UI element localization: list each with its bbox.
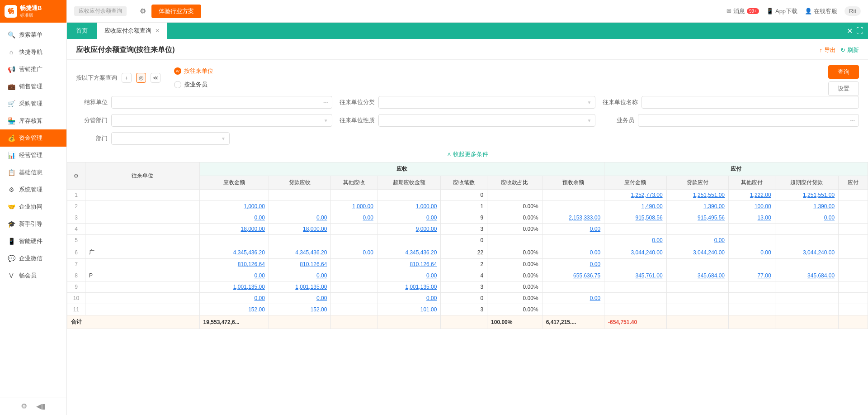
sidebar-item-inventory[interactable]: 🏪 库存核算 xyxy=(0,112,66,129)
unit-category-input[interactable]: ▼ xyxy=(378,96,596,109)
cell-link-ap_other[interactable]: 1,222.00 xyxy=(750,192,771,198)
cell-link-ar_amount[interactable]: 0.00 xyxy=(255,215,265,221)
cell-link-ar_prepay[interactable]: 0.00 xyxy=(590,249,600,256)
sidebar-item-basic[interactable]: 📋 基础信息 xyxy=(0,164,66,181)
query-button[interactable]: 查询 xyxy=(828,65,859,79)
cell-link-ap_loan[interactable]: 0.00 xyxy=(714,237,725,243)
cell-link-ar_loan[interactable]: 0.00 xyxy=(316,215,327,221)
cell-link-ar_amount[interactable]: 1,001,135.00 xyxy=(233,284,265,290)
refresh-button[interactable]: ↻ 刷新 xyxy=(840,46,859,54)
cell-link-ar_prepay[interactable]: 0.00 xyxy=(590,295,600,301)
sidebar-item-system[interactable]: ⚙ 系统管理 xyxy=(0,181,66,198)
cell-link-ar_overdue[interactable]: 0.00 xyxy=(426,215,437,221)
cell-link-ap_amount[interactable]: 1,252,773.00 xyxy=(631,192,662,198)
filter-add-button[interactable]: ＋ xyxy=(122,73,132,83)
salesman-input[interactable]: ••• xyxy=(638,114,859,127)
cell-link-ar_overdue[interactable]: 0.00 xyxy=(426,272,437,279)
cell-link-ap_loan[interactable]: 345,684.00 xyxy=(698,272,725,279)
cell-link-ar_prepay[interactable]: 2,153,333.00 xyxy=(569,215,600,221)
cell-link-ap_loan[interactable]: 915,495.56 xyxy=(698,215,725,221)
filter-collapse-button[interactable]: ∧ 收起更多条件 xyxy=(76,147,859,162)
cell-link-ap_overdue[interactable]: 3,044,240.00 xyxy=(803,249,835,256)
cell-link-ar_amount[interactable]: 152.00 xyxy=(248,306,265,313)
cell-link-ar_overdue[interactable]: 4,345,436.20 xyxy=(405,249,437,256)
sidebar-item-finance[interactable]: 💰 资金管理 xyxy=(0,129,66,147)
message-button[interactable]: ✉ 消息 99+ xyxy=(726,7,759,15)
export-button[interactable]: ↑ 导出 xyxy=(820,46,836,54)
table-settings-icon[interactable]: ⚙ xyxy=(74,173,79,179)
collapse-sidebar-icon[interactable]: ◀▮ xyxy=(36,402,46,410)
cell-link-ar_overdue[interactable]: 1,001,135.00 xyxy=(405,284,437,290)
cell-link-ap_overdue[interactable]: 1,390.00 xyxy=(813,203,835,210)
cell-link-ar_other[interactable]: 1,000.00 xyxy=(352,203,373,210)
unit-nature-input[interactable]: ▼ xyxy=(378,114,596,127)
cell-link-ar_loan[interactable]: 18,000.00 xyxy=(303,226,327,232)
sidebar-item-hardware[interactable]: 📱 智能硬件 xyxy=(0,233,66,250)
department-input[interactable]: ▼ xyxy=(111,132,230,145)
sidebar-item-guide[interactable]: 🎓 新手引导 xyxy=(0,215,66,233)
tab-close-icon[interactable]: ✕ xyxy=(155,28,160,34)
solution-button[interactable]: 体验行业方案 xyxy=(151,5,201,18)
tab-expand-icon[interactable]: ⛶ xyxy=(856,27,863,35)
cell-link-ar_other[interactable]: 0.00 xyxy=(363,249,373,256)
online-service-button[interactable]: 👤 在线客服 xyxy=(805,7,837,15)
filter-by-unit-option[interactable]: W 按往来单位 xyxy=(170,65,218,77)
set-button[interactable]: 设置 xyxy=(828,81,859,96)
cell-link-ar_overdue[interactable]: 1,000.00 xyxy=(416,203,437,210)
cell-link-ap_overdue[interactable]: 345,684.00 xyxy=(807,272,835,279)
cell-link-ar_other[interactable]: 0.00 xyxy=(363,215,373,221)
dept-manager-input[interactable]: ▼ xyxy=(111,114,332,127)
cell-link-ar_overdue[interactable]: 0.00 xyxy=(426,295,437,301)
sidebar-item-marketing[interactable]: 📢 营销推广 xyxy=(0,61,66,78)
cell-link-ar_overdue[interactable]: 9,000.00 xyxy=(416,226,437,232)
sidebar-item-operations[interactable]: 📊 经营管理 xyxy=(0,147,66,164)
sidebar-item-member[interactable]: V 畅会员 xyxy=(0,267,66,284)
settings-bottom-icon[interactable]: ⚙ xyxy=(21,402,27,410)
cell-link-ap_amount[interactable]: 345,761.00 xyxy=(636,272,663,279)
cell-link-ap_other[interactable]: 100.00 xyxy=(755,203,771,210)
cell-link-ar_amount[interactable]: 1,000.00 xyxy=(244,203,265,210)
filter-collapse-button[interactable]: ≪ xyxy=(151,73,160,83)
filter-by-staff-option[interactable]: 按业务员 xyxy=(170,79,218,91)
cell-link-ap_loan[interactable]: 1,390.00 xyxy=(703,203,725,210)
cell-link-ap_amount[interactable]: 0.00 xyxy=(652,237,662,243)
cell-link-ap_overdue[interactable]: 1,251,551.00 xyxy=(803,192,835,198)
user-avatar[interactable]: Rit xyxy=(844,6,861,16)
tab-close-window-icon[interactable]: ✕ xyxy=(847,27,853,35)
cell-link-ar_loan[interactable]: 0.00 xyxy=(316,272,327,279)
cell-link-ar_loan[interactable]: 152.00 xyxy=(311,306,327,313)
sidebar-item-quicknav[interactable]: ⌂ 快捷导航 xyxy=(0,43,66,61)
cell-link-ar_amount[interactable]: 18,000.00 xyxy=(241,226,264,232)
cell-link-ar_loan[interactable]: 4,345,436.20 xyxy=(295,249,327,256)
tab-home[interactable]: 首页 xyxy=(67,23,97,39)
sidebar-item-wechat[interactable]: 💬 企业微信 xyxy=(0,250,66,267)
cell-link-ar_loan[interactable]: 1,001,135.00 xyxy=(295,284,327,290)
cell-link-ar_prepay[interactable]: 655,636.75 xyxy=(573,272,600,279)
cell-link-ar_amount[interactable]: 0.00 xyxy=(255,272,265,279)
cell-link-ar_amount[interactable]: 4,345,436.20 xyxy=(233,249,265,256)
cell-link-ap_loan[interactable]: 1,251,551.00 xyxy=(693,192,725,198)
cell-link-ap_amount[interactable]: 3,044,240.00 xyxy=(631,249,662,256)
settlement-unit-input[interactable]: ••• xyxy=(111,96,332,109)
cell-link-ap_other[interactable]: 0.00 xyxy=(760,249,771,256)
app-download-button[interactable]: 📱 App下载 xyxy=(766,7,797,15)
cell-link-ar_loan[interactable]: 810,126.64 xyxy=(300,261,327,267)
gear-icon[interactable]: ⚙ xyxy=(140,7,146,15)
cell-link-ar_loan[interactable]: 0.00 xyxy=(316,295,327,301)
cell-link-ar_overdue[interactable]: 810,126.64 xyxy=(410,261,437,267)
cell-link-ap_other[interactable]: 77.00 xyxy=(758,272,771,279)
sidebar-item-search[interactable]: 🔍 搜索菜单 xyxy=(0,26,66,43)
cell-link-ap_amount[interactable]: 915,508.56 xyxy=(636,215,663,221)
filter-settings-button[interactable]: ◎ xyxy=(136,73,146,83)
cell-link-ap_loan[interactable]: 3,044,240.00 xyxy=(693,249,725,256)
settings-col-header[interactable]: ⚙ xyxy=(67,162,85,190)
cell-link-ar_prepay[interactable]: 0.00 xyxy=(590,226,600,232)
tab-ar-ap[interactable]: 应收应付余额查询 ✕ xyxy=(97,23,167,39)
sidebar-item-sales[interactable]: 💼 销售管理 xyxy=(0,78,66,95)
cell-link-ap_overdue[interactable]: 0.00 xyxy=(824,215,835,221)
cell-link-ar_amount[interactable]: 0.00 xyxy=(255,295,265,301)
cell-link-ar_amount[interactable]: 810,126.64 xyxy=(238,261,265,267)
unit-name-input[interactable] xyxy=(642,96,859,109)
sidebar-item-purchase[interactable]: 🛒 采购管理 xyxy=(0,95,66,112)
sidebar-item-enterprise[interactable]: 🤝 企业协同 xyxy=(0,198,66,215)
